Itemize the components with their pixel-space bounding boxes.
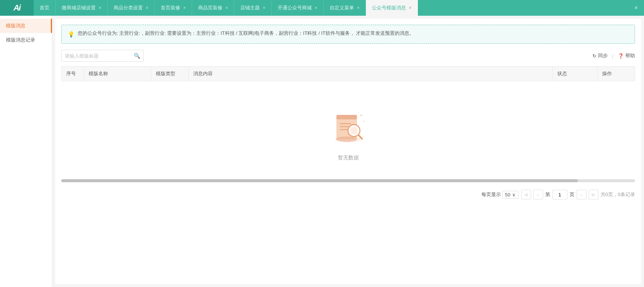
- page-label-before: 第: [545, 191, 550, 198]
- notice-banner: 💡 您的公众号行业为: 主营行业:，副营行业: 需要设置为：主营行业：IT科技 …: [61, 25, 635, 44]
- toolbar-divider: |: [612, 53, 613, 59]
- next-page-button[interactable]: ›: [577, 190, 586, 199]
- close-tab-template-msg-icon[interactable]: ×: [409, 6, 412, 10]
- empty-icon: ✦ ✦ ✦: [326, 104, 371, 149]
- notice-highlight: 需要设置为：主营行业：IT科技 / 互联网|电子商务，副营行业：IT科技 / I…: [167, 30, 355, 36]
- scrollbar-track[interactable]: [61, 179, 635, 182]
- notice-prefix: 您的公众号行业为: 主营行业:，副营行业:: [78, 30, 166, 36]
- col-header-action: 操作: [598, 67, 635, 81]
- nav-tab-template-msg[interactable]: 公众号模版消息×: [366, 0, 418, 16]
- close-tab-custom-menu-icon[interactable]: ×: [357, 6, 360, 10]
- sync-icon: ↻: [592, 53, 597, 59]
- svg-rect-2: [336, 115, 357, 119]
- sidebar-item-template-message-log[interactable]: 模版消息记录: [0, 33, 52, 47]
- close-all-button[interactable]: ×: [628, 0, 644, 16]
- sync-button[interactable]: ↻ 同步: [592, 52, 608, 59]
- search-input-wrap[interactable]: 🔍: [61, 50, 144, 62]
- col-header-index: 序号: [62, 67, 84, 81]
- page-size-value: 50: [505, 192, 510, 198]
- close-tab-product-decor-icon[interactable]: ×: [225, 6, 228, 10]
- svg-text:✦: ✦: [363, 120, 366, 123]
- empty-state: ✦ ✦ ✦ 暂无数据: [61, 81, 635, 176]
- toolbar-right: ↻ 同步 | ❓ 帮助: [592, 52, 635, 59]
- nav-tab-shop-settings[interactable]: 微商城店铺设置×: [56, 0, 108, 16]
- close-tab-shop-theme-icon[interactable]: ×: [263, 6, 265, 10]
- chevron-down-icon: ∨: [512, 192, 516, 198]
- notice-text: 您的公众号行业为: 主营行业:，副营行业: 需要设置为：主营行业：IT科技 / …: [78, 30, 414, 37]
- last-page-button[interactable]: ⊳: [589, 190, 598, 199]
- svg-text:✦: ✦: [360, 113, 363, 117]
- nav-tabs: 首页微商城店铺设置×商品分类设置×首页装修×商品页装修×店铺主题×开通公众号商城…: [34, 0, 628, 16]
- page-size-select: 每页显示 50 ∨: [481, 191, 518, 199]
- page-number-input[interactable]: [552, 190, 567, 199]
- nav-tab-custom-menu[interactable]: 自定义菜单×: [324, 0, 366, 16]
- close-tab-open-mall-icon[interactable]: ×: [315, 6, 317, 10]
- pagination: 每页显示 50 ∨ ⊲ ‹ 第 页 › ⊳ 共0页，0条记录: [61, 185, 635, 201]
- page-label-after: 页: [570, 191, 574, 198]
- sidebar-item-template-message[interactable]: 模版消息: [0, 19, 52, 33]
- nav-tab-home[interactable]: 首页: [34, 0, 56, 16]
- svg-rect-5: [340, 126, 349, 127]
- scrollbar-row[interactable]: [61, 179, 635, 182]
- page-size-label: 每页显示: [481, 191, 501, 198]
- col-header-status: 状态: [553, 67, 598, 81]
- svg-point-8: [350, 127, 358, 134]
- table-header: 序号模版名称模版类型消息内容状态操作: [62, 67, 635, 81]
- scrollbar-thumb[interactable]: [61, 179, 578, 182]
- nav-tab-product-decor[interactable]: 商品页装修×: [192, 0, 234, 16]
- empty-text: 暂无数据: [338, 155, 359, 161]
- search-bar: 🔍 ↻ 同步 | ❓ 帮助: [61, 50, 635, 62]
- close-tab-shop-settings-icon[interactable]: ×: [99, 6, 101, 10]
- bulb-icon: 💡: [68, 30, 75, 39]
- col-header-content: 消息内容: [189, 67, 553, 81]
- nav-tab-homepage-decor[interactable]: 首页装修×: [155, 0, 192, 16]
- nav-tab-open-mall[interactable]: 开通公众号商城×: [272, 0, 324, 16]
- total-info: 共0页，0条记录: [601, 191, 635, 198]
- sync-label: 同步: [598, 52, 608, 59]
- nav-tab-category-settings[interactable]: 商品分类设置×: [108, 0, 155, 16]
- svg-point-3: [336, 137, 357, 142]
- page-size-dropdown[interactable]: 50 ∨: [502, 191, 518, 199]
- data-table: 序号模版名称模版类型消息内容状态操作: [61, 66, 635, 81]
- prev-page-button[interactable]: ‹: [533, 190, 543, 199]
- svg-rect-4: [340, 123, 351, 124]
- close-tab-homepage-decor-icon[interactable]: ×: [183, 6, 186, 10]
- first-page-button[interactable]: ⊲: [521, 190, 531, 199]
- help-icon: ❓: [618, 53, 624, 59]
- main-layout: 模版消息模版消息记录 💡 您的公众号行业为: 主营行业:，副营行业: 需要设置为…: [0, 16, 644, 287]
- close-tab-category-settings-icon[interactable]: ×: [146, 6, 148, 10]
- nav-tab-shop-theme[interactable]: 店铺主题×: [234, 0, 272, 16]
- content-area: 💡 您的公众号行业为: 主营行业:，副营行业: 需要设置为：主营行业：IT科技 …: [55, 19, 641, 284]
- search-input[interactable]: [65, 53, 134, 59]
- svg-text:✦: ✦: [358, 111, 360, 113]
- notice-suffix: 才能正常发送预置的消息。: [356, 30, 414, 36]
- sidebar: 模版消息模版消息记录: [0, 16, 52, 287]
- app-logo[interactable]: Ai: [0, 0, 34, 16]
- page-nav: ⊲ ‹ 第 页 › ⊳ 共0页，0条记录: [521, 190, 635, 199]
- col-header-type: 模版类型: [151, 67, 189, 81]
- col-header-name: 模版名称: [84, 67, 151, 81]
- help-button[interactable]: ❓ 帮助: [618, 52, 635, 59]
- search-icon[interactable]: 🔍: [134, 53, 140, 59]
- help-label: 帮助: [625, 52, 635, 59]
- top-nav: Ai 首页微商城店铺设置×商品分类设置×首页装修×商品页装修×店铺主题×开通公众…: [0, 0, 644, 16]
